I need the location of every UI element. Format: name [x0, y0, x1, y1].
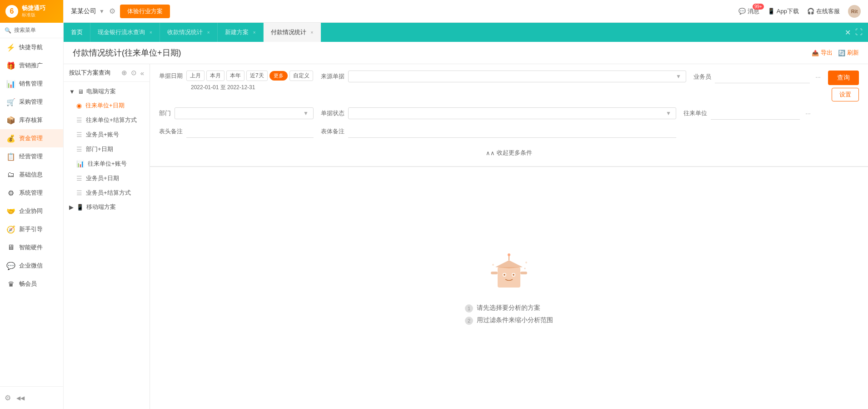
unit-settle-label: 往来单位+结算方式: [86, 116, 137, 124]
scheme-item-unit-account[interactable]: 📊 往来单位+账号: [64, 157, 150, 171]
tab-payment-stats[interactable]: 付款情况统计 ×: [264, 23, 321, 42]
refresh-button[interactable]: 🔄 刷新: [838, 49, 859, 57]
setting-button[interactable]: 设置: [832, 88, 859, 101]
tab-payment-stats-label: 付款情况统计: [271, 28, 306, 36]
scheme-add-icon[interactable]: ⊕: [121, 69, 127, 77]
unit-date-icon: ◉: [76, 102, 82, 109]
step1-num: 1: [465, 304, 473, 313]
sidebar: 6 畅捷通巧 标准版 🔍 搜索菜单 ⚡ 快捷导航 🎁 营销推广 📊 销售管理 🛒…: [0, 0, 64, 409]
header-note-label: 表头备注: [159, 127, 183, 136]
scheme-group-pc-header[interactable]: ▼ 🖥 电脑端方案: [64, 85, 150, 98]
sidebar-item-wechat[interactable]: 💬 企业微信: [0, 257, 63, 275]
step1-text: 请先选择要分析的方案: [477, 304, 540, 312]
collapse-conditions-button[interactable]: ∧∧ 收起更多条件: [486, 149, 532, 157]
scheme-settings-icon[interactable]: ⊙: [131, 69, 137, 77]
purchase-icon: 🛒: [6, 97, 15, 106]
date-btn-custom[interactable]: 自定义: [289, 71, 313, 81]
header-settings-icon[interactable]: ⚙: [109, 7, 115, 15]
tab-close-all-icon[interactable]: ✕: [845, 28, 851, 37]
collapse-label: 收起更多条件: [497, 149, 532, 157]
unit-date-label: 往来单位+日期: [85, 101, 125, 110]
body-note-label: 表体备注: [321, 127, 344, 136]
tab-receivable-label: 收款情况统计: [167, 28, 203, 36]
tab-receivable-close-icon[interactable]: ×: [207, 30, 210, 35]
company-selector[interactable]: 某某公司 ▼: [71, 7, 105, 15]
tab-bank-flow[interactable]: 现金银行流水查询 ×: [90, 23, 160, 42]
scheme-group-mobile-header[interactable]: ▶ 📱 移动端方案: [64, 200, 150, 214]
staff-account-label: 业务员+账号: [86, 131, 119, 139]
query-button[interactable]: 查询: [828, 71, 859, 85]
tab-bank-flow-close-icon[interactable]: ×: [150, 30, 152, 35]
staff-settle-icon: ☰: [76, 189, 82, 197]
footer-collapse-icon[interactable]: ◀◀: [16, 395, 25, 401]
sidebar-item-member[interactable]: ♛ 畅会员: [0, 275, 63, 293]
quick-nav-label: 快捷导航: [19, 43, 43, 51]
svg-point-9: [508, 253, 510, 256]
partner-dots-icon[interactable]: ···: [805, 110, 811, 117]
tab-actions: ✕ ⛶: [839, 23, 868, 42]
sidebar-logo: 6 畅捷通巧 标准版: [0, 0, 63, 23]
scheme-item-unit-settle[interactable]: ☰ 往来单位+结算方式: [64, 113, 150, 127]
logo-name: 畅捷通巧: [22, 5, 45, 12]
scheme-item-staff-account[interactable]: ☰ 业务员+账号: [64, 127, 150, 142]
search-label: 搜索菜单: [14, 26, 36, 34]
message-badge: 99+: [753, 4, 764, 10]
source-select[interactable]: ▼: [348, 71, 686, 82]
pc-group-label: 电脑端方案: [86, 87, 116, 96]
sales-icon: 📊: [6, 79, 15, 88]
source-chevron-icon: ▼: [676, 73, 681, 80]
sidebar-item-guide[interactable]: 🧭 新手引导: [0, 220, 63, 238]
export-button[interactable]: 📤 导出: [812, 49, 833, 57]
tab-payment-stats-close-icon[interactable]: ×: [311, 30, 314, 35]
tab-new-scheme[interactable]: 新建方案 ×: [218, 23, 264, 42]
sidebar-item-enterprise[interactable]: 🤝 企业协同: [0, 202, 63, 220]
svg-point-5: [513, 274, 514, 276]
scheme-group-pc: ▼ 🖥 电脑端方案 ◉ 往来单位+日期 ☰ 往来单位+结算方式: [64, 85, 150, 200]
date-btn-this-year[interactable]: 本年: [226, 71, 244, 81]
enterprise-label: 企业协同: [19, 207, 43, 215]
sidebar-item-system[interactable]: ⚙ 系统管理: [0, 184, 63, 202]
tab-home[interactable]: 首页: [64, 23, 90, 42]
user-avatar[interactable]: Rit: [848, 5, 861, 18]
doc-status-select[interactable]: ▼: [348, 107, 676, 119]
sidebar-footer: ⚙ ◀◀: [0, 386, 63, 409]
scheme-item-unit-date[interactable]: ◉ 往来单位+日期: [64, 98, 150, 113]
trial-button[interactable]: 体验行业方案: [120, 5, 170, 18]
sidebar-item-basic[interactable]: 🗂 基础信息: [0, 166, 63, 184]
date-btn-more[interactable]: 更多: [269, 71, 288, 81]
finance-icon: 💰: [6, 134, 15, 143]
tab-maximize-icon[interactable]: ⛶: [855, 28, 863, 36]
sidebar-item-finance[interactable]: 💰 资金管理: [0, 129, 63, 147]
sidebar-search[interactable]: 🔍 搜索菜单: [0, 23, 63, 38]
footer-settings-icon[interactable]: ⚙: [5, 394, 11, 402]
scheme-collapse-icon[interactable]: «: [140, 69, 144, 77]
page-header-actions: 📤 导出 🔄 刷新: [812, 49, 859, 57]
purchase-label: 采购管理: [19, 98, 43, 106]
staff-dots-icon[interactable]: ···: [815, 73, 821, 81]
sidebar-item-sales[interactable]: 📊 销售管理: [0, 75, 63, 93]
empty-illustration: [486, 251, 532, 297]
scheme-item-dept-date[interactable]: ☰ 部门+日期: [64, 142, 150, 157]
sidebar-item-operation[interactable]: 📋 经营管理: [0, 147, 63, 166]
empty-step-1: 1 请先选择要分析的方案: [465, 304, 553, 313]
scheme-item-staff-settle[interactable]: ☰ 业务员+结算方式: [64, 186, 150, 200]
tab-new-scheme-close-icon[interactable]: ×: [253, 30, 256, 35]
sidebar-item-marketing[interactable]: 🎁 营销推广: [0, 56, 63, 75]
date-btn-last-month[interactable]: 上月: [186, 71, 205, 81]
sidebar-item-inventory[interactable]: 📦 库存核算: [0, 111, 63, 129]
service-action[interactable]: 🎧 在线客服: [807, 7, 840, 15]
tab-receivable[interactable]: 收款情况统计 ×: [160, 23, 218, 42]
app-download-action[interactable]: 📱 App下载: [768, 7, 799, 15]
date-btn-this-month[interactable]: 本月: [206, 71, 224, 81]
sidebar-item-purchase[interactable]: 🛒 采购管理: [0, 93, 63, 111]
dept-select[interactable]: ▼: [175, 107, 314, 119]
date-btn-7days[interactable]: 近7天: [246, 71, 268, 81]
unit-settle-icon: ☰: [76, 116, 82, 124]
tab-new-scheme-label: 新建方案: [225, 28, 249, 36]
sidebar-item-hardware[interactable]: 🖥 智能硬件: [0, 238, 63, 257]
system-label: 系统管理: [19, 189, 43, 197]
scheme-item-staff-date[interactable]: ☰ 业务员+日期: [64, 171, 150, 186]
basic-icon: 🗂: [6, 170, 15, 179]
sidebar-item-quick-nav[interactable]: ⚡ 快捷导航: [0, 38, 63, 56]
message-action[interactable]: 💬 消息 99+: [738, 7, 759, 15]
